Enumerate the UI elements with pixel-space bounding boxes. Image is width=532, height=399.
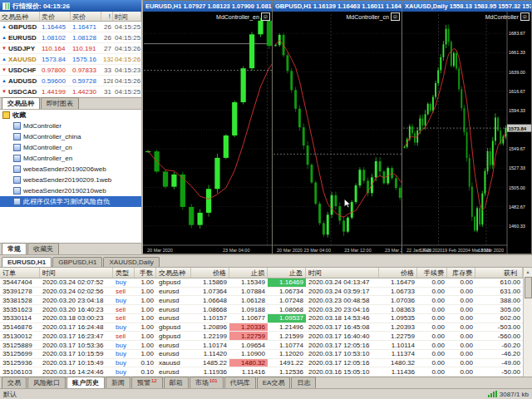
history-row[interactable]: 351468762020.03.17 16:24:48buy1.00gbpusd…	[0, 323, 523, 332]
terminal-tab-6[interactable]: 市场101	[190, 377, 224, 388]
ea-smiley-icon[interactable]: ☺	[520, 12, 530, 21]
market-watch-tab-1[interactable]: 即时图表	[41, 97, 79, 109]
chart-window-xauusd-daily[interactable]: XAUUSD,Daily 1558.13 1583.95 1557.32 157…	[402, 0, 532, 254]
chart-titlebar-xauusd-daily[interactable]: XAUUSD,Daily 1558.13 1583.95 1557.32 157…	[402, 1, 531, 12]
navigator-item[interactable]: MdController_cn	[0, 142, 141, 153]
ask-price: 0.59728	[71, 77, 101, 85]
column-header[interactable]: 卖价	[40, 12, 71, 21]
column-header[interactable]: 交易品种	[0, 12, 40, 21]
navigator-item[interactable]: MdController	[0, 121, 141, 131]
chart-canvas-gbpusd-h1[interactable]: 1.192961.188421.183881.179331.174791.170…	[273, 12, 401, 254]
quote-time: 04:15:26	[113, 77, 141, 85]
column-header[interactable]: 时间	[113, 12, 141, 21]
profile-label[interactable]: 默认	[3, 390, 17, 399]
market-watch-row[interactable]: ▲AUDUSD0.596000.5972812804:15:26	[0, 76, 141, 86]
column-header[interactable]: 库存费	[447, 268, 475, 278]
column-header[interactable]: 止损	[229, 268, 268, 278]
ea-icon	[13, 165, 21, 173]
chart-plot-gbpusd-h1[interactable]: 1.192961.188421.183881.179331.174791.170…	[273, 12, 401, 254]
terminal-scrollbar[interactable]: ▲	[523, 268, 532, 377]
navigator-tab-0[interactable]: 常规	[2, 243, 27, 254]
terminal-tab-9[interactable]: 日志	[291, 377, 316, 388]
history-row[interactable]: 353516232020.03.20 16:40:23sell1.00eurus…	[0, 305, 523, 314]
terminal-tab-8[interactable]: EA交易	[257, 377, 291, 388]
profit: -49.00	[475, 359, 523, 367]
navigator-item[interactable]: webeaSender20190206web	[0, 164, 141, 175]
history-row[interactable]: 351259362020.03.17 10:15:49buy0.10xauusd…	[0, 359, 523, 368]
ea-icon	[13, 133, 21, 140]
history-row[interactable]: 351300122020.03.17 16:23:47sell1.00gbpus…	[0, 332, 523, 341]
order-id: 35125889	[0, 341, 40, 349]
column-header[interactable]: 止盈	[268, 268, 306, 278]
market-watch-row[interactable]: ▼USDCHF0.978000.978333304:15:23	[0, 65, 141, 76]
chart-titlebar-eurusd-h1[interactable]: EURUSD,H1 1.07927 1.08123 1.07900 1.0812…	[143, 1, 272, 12]
terminal-tab-0[interactable]: 交易	[2, 377, 27, 388]
ea-smiley-icon[interactable]: ☺	[391, 12, 400, 21]
navigator-tab-1[interactable]: 收藏夹	[27, 243, 59, 254]
column-header[interactable]: 获利	[475, 268, 523, 278]
navigator-item-label: MdController_cn	[23, 144, 72, 151]
column-header[interactable]: 类型	[113, 268, 135, 278]
open-time: 2020.03.17 10:15:49	[40, 359, 113, 367]
scroll-thumb[interactable]	[525, 277, 532, 298]
window-tab-2[interactable]: XAUUSD,Daily	[103, 257, 159, 267]
market-watch-row[interactable]: ▲XAUUSD1573.841575.1613204:15:26	[0, 54, 141, 65]
terminal-tab-2[interactable]: 账户历史	[66, 377, 105, 388]
column-header[interactable]: 价格	[379, 268, 417, 278]
terminal-tab-4[interactable]: 预警12	[131, 377, 163, 388]
column-header[interactable]: 手数	[135, 268, 156, 278]
market-watch-row[interactable]: ▼USDJPY110.164110.1912704:15:26	[0, 43, 141, 54]
market-watch-row[interactable]: ▲GBPUSD1.164451.164712604:15:25	[0, 22, 141, 32]
swap: 0.00	[447, 359, 475, 367]
connection-area[interactable]: 3087/1 kb	[488, 391, 529, 398]
navigator-root[interactable]: 收藏	[0, 110, 141, 121]
column-header[interactable]: 订单	[0, 268, 40, 278]
navigator-item[interactable]: webeaSender20190210web	[0, 185, 141, 196]
history-row[interactable]: 351256992020.03.17 10:15:59buy1.00eurusd…	[0, 350, 523, 359]
terminal-tab-7[interactable]: 代码库	[224, 377, 256, 388]
history-row[interactable]: 351258892020.03.17 10:53:36buy1.00eurusd…	[0, 341, 523, 350]
navigator-item[interactable]: MdController_china	[0, 131, 141, 142]
chart-canvas-xauusd-daily[interactable]: 1683.671661.331639.001616.671594.331572.…	[402, 12, 531, 254]
spread: 26	[101, 23, 113, 31]
terminal-tab-3[interactable]: 新闻	[106, 377, 131, 388]
market-watch-row[interactable]: ▼USDCAD1.441991.442303104:15:25	[0, 86, 141, 97]
history-row[interactable]: 353815282020.03.20 23:04:18buy1.00eurusd…	[0, 296, 523, 305]
history-table: 订单时间类型手数交易品种价格止损止盈时间价格手续费库存费获利 354474042…	[0, 268, 523, 377]
scroll-up-icon[interactable]: ▲	[526, 268, 530, 276]
history-row[interactable]: 354474042020.03.24 02:07:52buy1.00gbpusd…	[0, 278, 523, 288]
svg-text:1683.67: 1683.67	[509, 31, 525, 36]
window-tab-label: EURUSD,H1	[7, 259, 46, 266]
chart-window-gbpusd-h1[interactable]: GBPUSD,H1 1.16139 1.16463 1.16011 1.1644…	[273, 0, 402, 254]
column-header[interactable]: 买价	[71, 12, 101, 21]
column-header[interactable]: 价格	[191, 268, 229, 278]
window-tab-0[interactable]: EURUSD,H1	[2, 257, 52, 267]
column-header[interactable]: 手续费	[417, 268, 447, 278]
market-watch-row[interactable]: ▲EURUSD1.081021.081282604:15:25	[0, 32, 141, 43]
window-tab-1[interactable]: GBPUSD,H1	[52, 257, 102, 267]
chart-canvas-eurusd-h1[interactable]: 1.086331.083671.081001.078331.075671.073…	[143, 12, 272, 254]
svg-text:1616.67: 1616.67	[509, 89, 525, 94]
chart-plot-eurusd-h1[interactable]: 1.086331.083671.081001.078331.075671.073…	[143, 12, 272, 254]
symbol: eurusd	[156, 314, 191, 323]
main-area: 行情报价: 04:15:26 交易品种卖价买价!时间 ▲GBPUSD1.1644…	[0, 0, 532, 254]
column-header[interactable]: !	[101, 12, 113, 21]
navigator-item[interactable]: 此程序仅供学习测试风险自负	[0, 196, 141, 207]
chart-window-eurusd-h1[interactable]: EURUSD,H1 1.07927 1.08123 1.07900 1.0812…	[143, 0, 273, 254]
market-watch-titlebar[interactable]: 行情报价: 04:15:26	[0, 0, 141, 12]
chart-titlebar-gbpusd-h1[interactable]: GBPUSD,H1 1.16139 1.16463 1.16011 1.1644…	[273, 1, 401, 12]
ea-smiley-icon[interactable]: ☺	[261, 12, 270, 21]
navigator-item[interactable]: webeaSender20190209.1web	[0, 175, 141, 185]
history-row[interactable]: 353301142020.03.18 03:00:23sell1.00eurus…	[0, 314, 523, 323]
column-header[interactable]: 交易品种	[156, 268, 191, 278]
chart-plot-xauusd-daily[interactable]: 1683.671661.331639.001616.671594.331572.…	[402, 12, 531, 254]
market-watch-tab-0[interactable]: 交易品种	[2, 97, 40, 109]
column-header[interactable]: 时间	[306, 268, 379, 278]
column-header[interactable]: 时间	[40, 268, 113, 278]
terminal-tab-1[interactable]: 风险敞口	[27, 377, 66, 388]
history-row[interactable]: 353912782020.03.24 02:02:56sell1.00eurus…	[0, 288, 523, 297]
navigator-item[interactable]: MdController_en	[0, 153, 141, 164]
terminal-panel: 订单时间类型手数交易品种价格止损止盈时间价格手续费库存费获利 354474042…	[0, 267, 532, 377]
terminal-tab-5[interactable]: 邮箱	[164, 377, 189, 388]
history-row[interactable]: 351061032020.03.16 14:24:46buy0.10eurusd…	[0, 367, 523, 377]
